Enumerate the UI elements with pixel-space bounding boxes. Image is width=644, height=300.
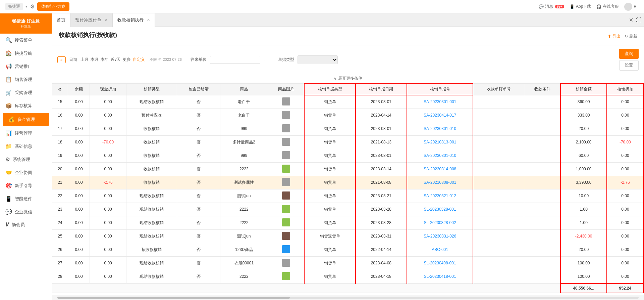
sidebar-item-system[interactable]: ⚙ 系统管理 — [0, 153, 52, 166]
cell-cancel-discount: 0.00 — [607, 256, 644, 270]
tab-cancel-close[interactable]: ✕ — [147, 18, 150, 22]
cell-cancel-discount: -70.00 — [607, 135, 644, 149]
cell-cancel-type: 现结收款核销 — [126, 216, 177, 229]
sidebar-item-nav[interactable]: 🏠 快捷导航 — [0, 47, 52, 60]
cell-receipt-order-no — [473, 95, 524, 109]
cell-cancel-voucher-no[interactable]: SA-20210813-001 — [407, 135, 473, 149]
sidebar-item-label: 采购管理 — [15, 90, 32, 96]
cell-cancel-voucher-no[interactable]: SL-20230328-002 — [407, 216, 473, 229]
tab-prepay-close[interactable]: ✕ — [105, 18, 108, 22]
settings-filter-button[interactable]: 设置 — [619, 60, 639, 71]
cell-receipt-order-no — [473, 243, 524, 256]
cell-cancel-voucher-no[interactable]: SA-20210808-001 — [407, 176, 473, 189]
date-cur-year[interactable]: 本年 — [101, 57, 109, 62]
sidebar-item-purchase[interactable]: 🛒 采购管理 — [0, 86, 52, 99]
sidebar-item-marketing[interactable]: 📢 营销推广 — [0, 60, 52, 73]
cell-cancel-amount: 100.00 — [560, 270, 606, 284]
cell-include-settled: 否 — [177, 203, 220, 216]
date-more[interactable]: 更多 — [123, 57, 131, 62]
cell-include-settled: 否 — [177, 189, 220, 203]
app-download-item[interactable]: 📱 App下载 — [570, 4, 591, 9]
cell-receipt-condition — [524, 122, 560, 135]
partner-input[interactable] — [210, 56, 260, 64]
cell-idx: 24 — [52, 216, 68, 229]
tab-home[interactable]: 首页 — [52, 13, 70, 27]
marketing-icon: 📢 — [5, 63, 12, 70]
cell-receipt-order-no — [473, 203, 524, 216]
dropdown-arrow-icon[interactable]: ▾ — [25, 5, 27, 8]
cell-cancel-discount: 0.00 — [607, 229, 644, 243]
sidebar-item-finance[interactable]: 💰 资金管理 — [3, 113, 49, 126]
query-button[interactable]: 查询 — [619, 49, 639, 59]
cell-idx: 19 — [52, 149, 68, 162]
voucher-type-select[interactable] — [298, 55, 338, 64]
table-footer-row: 40,556,66... 952.24 — [52, 284, 644, 293]
cell-receipt-order-no — [473, 216, 524, 229]
sidebar-item-operations[interactable]: 📊 经营管理 — [0, 127, 52, 140]
date-cur-month[interactable]: 本月 — [91, 57, 99, 62]
sidebar-item-label: 新手引导 — [15, 183, 32, 189]
cell-receipt-order-no — [473, 149, 524, 162]
hardware-icon: 📱 — [5, 196, 12, 202]
cell-cancel-voucher-no[interactable]: SA-20230301-010 — [407, 122, 473, 135]
trial-btn[interactable]: 体验行业方案 — [37, 2, 69, 11]
online-service-item[interactable]: 🎧 在线客服 — [596, 4, 619, 9]
date-custom[interactable]: 自定义 — [133, 57, 145, 62]
expand-more-icon: ∨ — [334, 76, 337, 81]
sidebar-item-search[interactable]: 🔍 搜索菜单 — [0, 34, 52, 47]
cell-balance: 0.00 — [68, 270, 90, 284]
cell-cancel-voucher-date: 2023-04-08 — [356, 256, 407, 270]
cell-cash-discount: 0.00 — [90, 109, 126, 122]
sidebar-item-inventory[interactable]: 📦 库存核算 — [0, 99, 52, 112]
filter-toggle-btn[interactable]: » — [57, 56, 66, 63]
sidebar-item-collab[interactable]: 🤝 企业协同 — [0, 166, 52, 179]
cell-cancel-voucher-no[interactable]: SL-20230408-001 — [407, 256, 473, 270]
cell-cancel-discount: 0.00 — [607, 109, 644, 122]
cell-cancel-voucher-date: 2023-03-01 — [356, 149, 407, 162]
date-7days[interactable]: 近7天 — [111, 57, 121, 62]
cell-cancel-voucher-no[interactable]: SA-20230414-017 — [407, 109, 473, 122]
cell-receipt-condition — [524, 109, 560, 122]
settings-icon[interactable]: ⚙ — [30, 3, 35, 10]
refresh-button[interactable]: ↻ 刷新 — [625, 34, 637, 39]
cell-receipt-condition — [524, 135, 560, 149]
cell-include-settled: 否 — [177, 149, 220, 162]
sidebar-item-sales[interactable]: 📋 销售管理 — [0, 73, 52, 86]
cell-cancel-voucher-no[interactable]: SA-20230321-012 — [407, 189, 473, 203]
cell-goods: 999 — [220, 122, 268, 135]
cell-include-settled: 否 — [177, 216, 220, 229]
cell-cancel-voucher-type: 销货单 — [304, 122, 356, 135]
sidebar-item-label: 基础信息 — [15, 143, 32, 149]
sidebar-item-vip[interactable]: V 畅会员 — [0, 218, 52, 231]
date-prev-month[interactable]: 上月 — [80, 57, 89, 62]
sidebar-item-guide[interactable]: 🎯 新手引导 — [0, 179, 52, 192]
th-cash-discount: 现金折扣 — [90, 83, 126, 95]
cell-goods-img — [268, 270, 304, 284]
message-item[interactable]: 💬 消息 99+ — [539, 4, 564, 9]
cell-cancel-voucher-no[interactable]: SA-20230314-008 — [407, 162, 473, 176]
cell-cancel-voucher-no[interactable]: SA-20230331-026 — [407, 229, 473, 243]
sidebar-item-basic[interactable]: 📁 基础信息 — [0, 140, 52, 153]
user-item[interactable]: Rit — [624, 3, 639, 11]
cell-cancel-voucher-no[interactable]: SA-20230301-010 — [407, 149, 473, 162]
export-button[interactable]: ⬆ 导出 — [608, 34, 621, 39]
cell-cancel-type: 现结收款核销 — [126, 229, 177, 243]
table-row: 22 0.00 0.00 现结收款核销 否 测试jun 销货单 2023-03-… — [52, 189, 644, 203]
table-row: 20 0.00 0.00 收款核销 否 2222 销货单 2023-03-14 … — [52, 162, 644, 176]
cell-cancel-voucher-no[interactable]: SA-20230301-001 — [407, 95, 473, 109]
th-cancel-amount: 核销金额 — [560, 83, 606, 95]
cell-cancel-voucher-no[interactable]: SL-20230418-001 — [407, 270, 473, 284]
tab-cancel[interactable]: 收款核销执行 ✕ — [113, 13, 155, 27]
sidebar-item-hardware[interactable]: 📱 智能硬件 — [0, 192, 52, 205]
cell-cancel-voucher-no[interactable]: SL-20230328-001 — [407, 203, 473, 216]
cell-cancel-voucher-no[interactable]: ABC-001 — [407, 243, 473, 256]
sidebar-item-label: 畅会员 — [12, 222, 25, 228]
expand-more-bar[interactable]: ∨ 展开更多条件 — [52, 74, 644, 83]
tab-expand-btn[interactable]: ⛶ — [636, 17, 641, 23]
cell-goods: 2222 — [220, 216, 268, 229]
cell-idx: 15 — [52, 95, 68, 109]
tab-close-btn[interactable]: ✕ — [629, 17, 633, 23]
sidebar-item-wechat[interactable]: 💬 企业微信 — [0, 205, 52, 218]
cell-cancel-voucher-type: 销货单 — [304, 162, 356, 176]
tab-prepay[interactable]: 预付冲应付单 ✕ — [70, 13, 113, 27]
